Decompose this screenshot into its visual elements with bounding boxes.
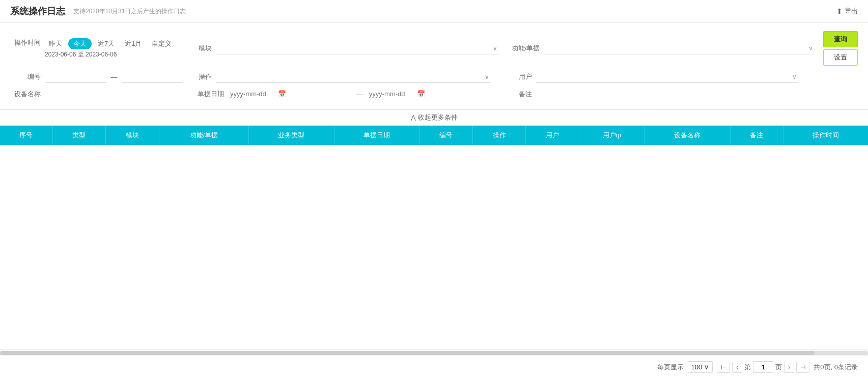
col-function: 功能/单据	[159, 126, 248, 145]
next-page-button[interactable]: ›	[784, 362, 794, 373]
table-header-row: 序号 类型 模块 功能/单据 业务类型 单据日期 编号 操作 用户 用户ip 设…	[0, 126, 868, 145]
filter-area: 操作时间 昨天 今天 近7天 近1月 自定义 2023-06-06 至 2023…	[0, 23, 868, 110]
calendar-start-icon[interactable]: 📅	[278, 90, 286, 98]
col-code: 编号	[419, 126, 472, 145]
query-button[interactable]: 查询	[823, 31, 858, 47]
action-buttons: 查询 设置	[823, 31, 858, 66]
page-label: 第	[744, 363, 751, 372]
last1month-button[interactable]: 近1月	[121, 38, 146, 49]
user-label: 用户	[501, 72, 532, 81]
empty-area	[0, 145, 868, 328]
no-end-input[interactable]	[122, 71, 184, 83]
col-module: 模块	[106, 126, 159, 145]
page-number-input[interactable]	[753, 361, 773, 373]
today-button[interactable]: 今天	[68, 38, 92, 49]
col-device-name: 设备名称	[645, 126, 730, 145]
horizontal-scrollbar[interactable]	[0, 350, 868, 356]
voucher-date-dash: —	[356, 91, 363, 98]
scrollbar-track	[0, 351, 868, 355]
col-no: 序号	[0, 126, 52, 145]
export-label: 导出	[845, 7, 858, 16]
export-button[interactable]: ⬆ 导出	[836, 7, 858, 16]
prev-page-button[interactable]: ‹	[732, 362, 742, 373]
table-wrapper: 序号 类型 模块 功能/单据 业务类型 单据日期 编号 操作 用户 用户ip 设…	[0, 126, 868, 350]
per-page-label: 每页显示	[657, 363, 684, 372]
pagination-bar: 每页显示 100 ∨ ⊢ ‹ 第 页 › ⊣ 共0页, 0条记录	[0, 356, 868, 378]
device-input[interactable]	[45, 88, 183, 100]
voucher-date-start-input[interactable]	[230, 90, 276, 98]
pagination-nav: ⊢ ‹ 第 页 › ⊣	[717, 361, 809, 373]
col-type: 类型	[52, 126, 105, 145]
page-subtitle: 支持2020年10月31日之后产生的操作日志	[73, 7, 186, 16]
yesterday-button[interactable]: 昨天	[45, 38, 66, 49]
date-range-display: 2023-06-06 至 2023-06-06	[45, 50, 176, 59]
no-dash: —	[111, 73, 118, 81]
settings-button[interactable]: 设置	[823, 49, 858, 66]
user-chevron-icon[interactable]: ∨	[792, 73, 797, 80]
voucher-date-label: 单据日期	[193, 90, 224, 99]
function-chevron-icon[interactable]: ∨	[808, 45, 813, 52]
first-page-button[interactable]: ⊢	[717, 362, 730, 373]
col-biz-type: 业务类型	[249, 126, 334, 145]
user-input[interactable]	[538, 73, 793, 80]
collapse-icon: ⋀	[411, 114, 416, 121]
calendar-end-icon[interactable]: 📅	[417, 90, 425, 98]
operation-label: 操作	[193, 72, 212, 81]
collapse-button[interactable]: ⋀ 收起更多条件	[411, 113, 458, 122]
data-table: 序号 类型 模块 功能/单据 业务类型 单据日期 编号 操作 用户 用户ip 设…	[0, 126, 868, 145]
remark-label: 备注	[501, 90, 532, 99]
col-operation: 操作	[472, 126, 525, 145]
page-size-select[interactable]: 100 ∨	[688, 361, 713, 373]
last-page-button[interactable]: ⊣	[796, 362, 809, 373]
remark-input[interactable]	[536, 88, 799, 100]
module-chevron-icon[interactable]: ∨	[493, 45, 497, 52]
page-size-value: 100	[691, 363, 703, 371]
function-label: 功能/单据	[510, 44, 540, 53]
page-unit: 页	[775, 363, 782, 372]
operation-input[interactable]	[218, 73, 485, 80]
module-label: 模块	[193, 44, 212, 53]
page-title: 系统操作日志	[10, 5, 65, 17]
module-input[interactable]	[218, 44, 493, 52]
operation-chevron-icon[interactable]: ∨	[485, 73, 489, 80]
col-op-time: 操作时间	[783, 126, 868, 145]
col-remark: 备注	[730, 126, 783, 145]
collapse-bar[interactable]: ⋀ 收起更多条件	[0, 110, 868, 126]
total-label: 共0页, 0条记录	[814, 363, 858, 372]
col-user-ip: 用户ip	[579, 126, 645, 145]
col-user: 用户	[526, 126, 579, 145]
collapse-label: 收起更多条件	[418, 113, 458, 122]
page-size-chevron-icon: ∨	[704, 363, 709, 371]
voucher-date-end-input[interactable]	[369, 90, 415, 98]
time-label: 操作时间	[10, 38, 41, 47]
function-input[interactable]	[546, 44, 809, 52]
no-start-input[interactable]	[45, 71, 107, 83]
no-label: 编号	[10, 72, 41, 81]
export-icon: ⬆	[836, 7, 843, 15]
last7days-button[interactable]: 近7天	[94, 38, 119, 49]
device-label: 设备名称	[10, 90, 41, 99]
col-voucher-date: 单据日期	[334, 126, 419, 145]
scrollbar-thumb[interactable]	[0, 351, 815, 355]
custom-button[interactable]: 自定义	[148, 38, 176, 49]
